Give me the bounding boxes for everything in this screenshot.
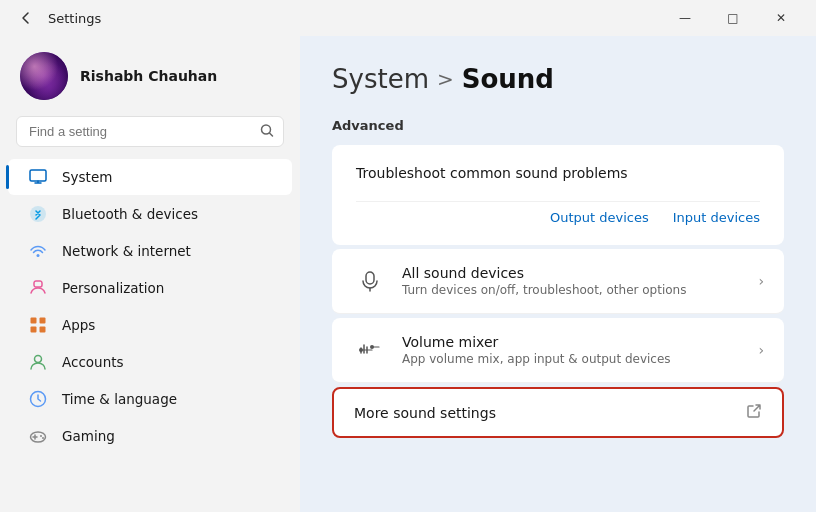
sidebar-item-accounts-label: Accounts [62, 354, 124, 370]
svg-point-13 [42, 437, 44, 439]
volume-mixer-row[interactable]: Volume mixer App volume mix, app input &… [332, 318, 784, 383]
volume-mixer-title: Volume mixer [402, 334, 758, 350]
volume-mixer-chevron: › [758, 342, 764, 358]
breadcrumb: System > Sound [332, 64, 784, 94]
all-sound-text: All sound devices Turn devices on/off, t… [402, 265, 758, 297]
sidebar-item-time[interactable]: Time & language [8, 381, 292, 417]
sidebar-item-personalization-label: Personalization [62, 280, 164, 296]
minimize-button[interactable]: — [662, 4, 708, 32]
volume-mixer-icon [352, 332, 388, 368]
search-box [16, 116, 284, 147]
section-label: Advanced [332, 118, 784, 133]
input-devices-link[interactable]: Input devices [673, 210, 760, 225]
svg-point-22 [370, 345, 374, 349]
volume-mixer-subtitle: App volume mix, app input & output devic… [402, 352, 758, 366]
svg-point-3 [37, 254, 40, 257]
search-icon [260, 123, 274, 140]
output-devices-link[interactable]: Output devices [550, 210, 649, 225]
svg-rect-1 [30, 170, 46, 181]
svg-point-20 [359, 348, 363, 352]
search-input[interactable] [16, 116, 284, 147]
back-icon [19, 11, 33, 25]
gaming-icon [28, 426, 48, 446]
close-button[interactable]: ✕ [758, 4, 804, 32]
accounts-icon [28, 352, 48, 372]
breadcrumb-parent[interactable]: System [332, 64, 429, 94]
user-name: Rishabh Chauhan [80, 68, 217, 84]
sidebar-item-time-label: Time & language [62, 391, 177, 407]
content-area: System > Sound Advanced Troubleshoot com… [300, 36, 816, 512]
more-sound-settings-title: More sound settings [354, 405, 746, 421]
svg-rect-6 [40, 318, 46, 324]
app-title: Settings [48, 11, 101, 26]
all-sound-chevron: › [758, 273, 764, 289]
sidebar-item-gaming-label: Gaming [62, 428, 115, 444]
svg-point-12 [40, 435, 42, 437]
personalization-icon [28, 278, 48, 298]
svg-rect-8 [40, 327, 46, 333]
svg-rect-7 [31, 327, 37, 333]
all-sound-title: All sound devices [402, 265, 758, 281]
breadcrumb-current: Sound [462, 64, 554, 94]
sidebar-item-apps[interactable]: Apps [8, 307, 292, 343]
window-controls: — □ ✕ [662, 4, 804, 32]
breadcrumb-separator: > [437, 67, 454, 91]
sidebar-item-network[interactable]: Network & internet [8, 233, 292, 269]
sidebar-item-personalization[interactable]: Personalization [8, 270, 292, 306]
svg-rect-5 [31, 318, 37, 324]
titlebar: Settings — □ ✕ [0, 0, 816, 36]
all-sound-subtitle: Turn devices on/off, troubleshoot, other… [402, 283, 758, 297]
sidebar-item-gaming[interactable]: Gaming [8, 418, 292, 454]
system-icon [28, 167, 48, 187]
sidebar-item-accounts[interactable]: Accounts [8, 344, 292, 380]
sidebar-item-system[interactable]: System [8, 159, 292, 195]
user-profile[interactable]: Rishabh Chauhan [0, 36, 300, 116]
sidebar-item-bluetooth-label: Bluetooth & devices [62, 206, 198, 222]
troubleshoot-links: Output devices Input devices [356, 201, 760, 233]
sidebar-item-apps-label: Apps [62, 317, 95, 333]
volume-mixer-text: Volume mixer App volume mix, app input &… [402, 334, 758, 366]
external-link-icon [746, 403, 762, 422]
all-sound-icon [352, 263, 388, 299]
apps-icon [28, 315, 48, 335]
maximize-button[interactable]: □ [710, 4, 756, 32]
svg-rect-4 [34, 281, 42, 287]
avatar [20, 52, 68, 100]
network-icon [28, 241, 48, 261]
back-button[interactable] [12, 4, 40, 32]
troubleshoot-title: Troubleshoot common sound problems [356, 165, 760, 181]
all-sound-devices-row[interactable]: All sound devices Turn devices on/off, t… [332, 249, 784, 314]
main-layout: Rishabh Chauhan System [0, 36, 816, 512]
bluetooth-icon [28, 204, 48, 224]
sidebar-item-system-label: System [62, 169, 112, 185]
more-sound-settings-row[interactable]: More sound settings [332, 387, 784, 438]
svg-rect-14 [366, 272, 374, 284]
sidebar: Rishabh Chauhan System [0, 36, 300, 512]
troubleshoot-card: Troubleshoot common sound problems Outpu… [332, 145, 784, 245]
sidebar-item-bluetooth[interactable]: Bluetooth & devices [8, 196, 292, 232]
sidebar-item-network-label: Network & internet [62, 243, 191, 259]
time-icon [28, 389, 48, 409]
svg-point-9 [35, 356, 42, 363]
avatar-image [20, 52, 68, 100]
